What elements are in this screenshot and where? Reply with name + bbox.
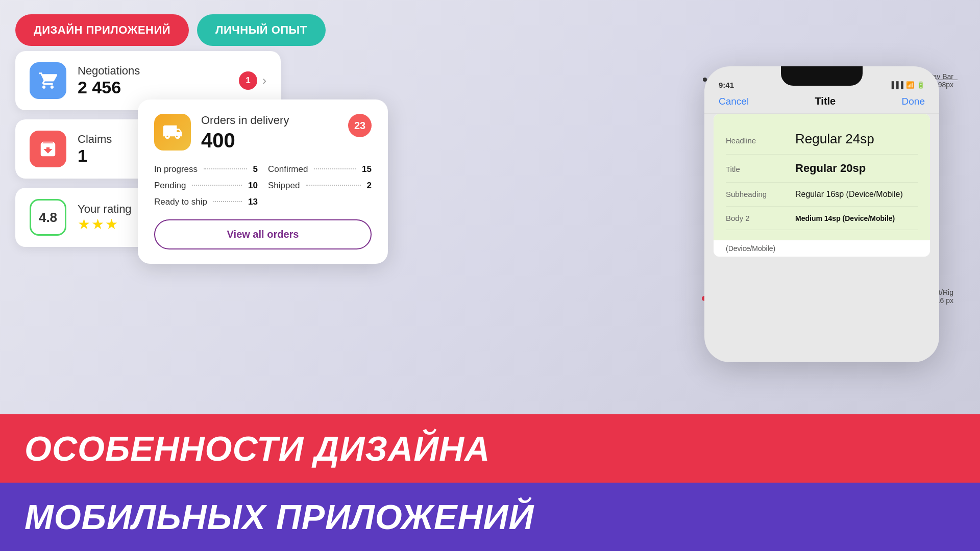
stat-in-progress-value: 5 — [253, 164, 258, 174]
battery-icon: 🔋 — [917, 81, 925, 89]
phone-notch — [781, 66, 863, 86]
stat-confirmed: Confirmed 15 — [268, 164, 372, 174]
nav-done-button[interactable]: Done — [902, 96, 925, 107]
negotiations-title: Negotiations — [78, 64, 228, 78]
delivery-badge: 23 — [348, 114, 372, 137]
phone-typography-content: Headline Regular 24sp Title Regular 20sp… — [714, 114, 930, 257]
stat-shipped: Shipped 2 — [268, 181, 372, 191]
typo-headline-label: Headline — [726, 136, 787, 145]
stat-confirmed-value: 15 — [362, 164, 372, 174]
stat-ready-label: Ready to ship — [154, 197, 207, 207]
stat-pending-label: Pending — [154, 181, 186, 191]
typo-row-body2: Body 2 Medium 14sp (Device/Mobile) — [726, 207, 918, 230]
typo-headline-sample: Regular 24sp — [795, 131, 874, 147]
partial-text: (Device/Mobile) — [726, 244, 775, 253]
delivery-truck-icon — [154, 114, 191, 151]
typo-row-title: Title Regular 20sp — [726, 155, 918, 183]
wifi-icon: 📶 — [906, 81, 914, 89]
negotiations-value: 2 456 — [78, 78, 228, 97]
typo-subheading-sample: Regular 16sp (Device/Mobile) — [795, 190, 903, 199]
stat-dots-4 — [306, 185, 360, 186]
cart-icon — [30, 62, 66, 99]
nav-cancel-button[interactable]: Cancel — [719, 96, 749, 107]
signal-icon: ▐▐▐ — [889, 81, 903, 89]
negotiations-badge: 1 — [239, 71, 257, 90]
stat-dots — [204, 168, 247, 169]
typo-title-label: Title — [726, 165, 787, 173]
view-all-orders-button[interactable]: View all orders — [154, 219, 372, 249]
typo-body2-sample: Medium 14sp (Device/Mobile) — [795, 214, 895, 222]
rating-value-box: 4.8 — [30, 199, 66, 236]
banner-purple: МОБИЛЬНЫХ ПРИЛОЖЕНИЙ — [0, 483, 980, 551]
top-buttons-container: ДИЗАЙН ПРИЛОЖЕНИЙ ЛИЧНЫЙ ОПЫТ — [15, 14, 326, 46]
stat-shipped-label: Shipped — [268, 181, 300, 191]
stat-pending-value: 10 — [248, 181, 258, 191]
stat-confirmed-label: Confirmed — [268, 164, 308, 174]
mobile-mockup: 9:41 ▐▐▐ 📶 🔋 Cancel Title Done Headline … — [704, 66, 939, 362]
delivery-count: 400 — [201, 129, 338, 152]
typography-list: Headline Regular 24sp Title Regular 20sp… — [714, 114, 930, 240]
chevron-right-icon[interactable]: › — [262, 73, 266, 88]
banner-line2: МОБИЛЬНЫХ ПРИЛОЖЕНИЙ — [24, 497, 955, 537]
stat-dots-5 — [213, 201, 242, 202]
partial-row: (Device/Mobile) — [714, 240, 930, 257]
stat-ready-to-ship: Ready to ship 13 — [154, 197, 258, 207]
stat-shipped-value: 2 — [367, 181, 372, 191]
delivery-card: Orders in delivery 400 23 In progress 5 … — [138, 99, 388, 264]
phone-nav-bar: Cancel Title Done — [704, 89, 939, 114]
typo-row-subheading: Subheading Regular 16sp (Device/Mobile) — [726, 183, 918, 207]
stat-in-progress-label: In progress — [154, 164, 198, 174]
delivery-title: Orders in delivery — [201, 114, 338, 127]
typo-subheading-label: Subheading — [726, 190, 787, 198]
box-icon — [30, 131, 66, 167]
stat-ready-value: 13 — [248, 197, 258, 207]
negotiations-content: Negotiations 2 456 — [78, 64, 228, 97]
nav-title-label: Title — [815, 95, 836, 107]
stat-pending: Pending 10 — [154, 181, 258, 191]
banner-red: ОСОБЕННОСТИ ДИЗАЙНА — [0, 414, 980, 483]
status-icons: ▐▐▐ 📶 🔋 — [889, 81, 925, 89]
stat-dots-2 — [314, 168, 356, 169]
typo-title-sample: Regular 20sp — [795, 162, 866, 175]
stat-in-progress: In progress 5 — [154, 164, 258, 174]
phone-time: 9:41 — [719, 81, 734, 89]
typo-body2-label: Body 2 — [726, 214, 787, 222]
design-apps-button[interactable]: ДИЗАЙН ПРИЛОЖЕНИЙ — [15, 14, 189, 46]
rating-number: 4.8 — [39, 210, 57, 226]
stat-dots-3 — [192, 185, 242, 186]
nav-bar-value: 98px — [938, 81, 953, 89]
banner-line1: ОСОБЕННОСТИ ДИЗАЙНА — [24, 429, 955, 468]
delivery-header: Orders in delivery 400 23 — [154, 114, 372, 152]
delivery-info: Orders in delivery 400 — [201, 114, 338, 152]
delivery-stats: In progress 5 Confirmed 15 Pending 10 Sh… — [154, 164, 372, 207]
personal-experience-button[interactable]: ЛИЧНЫЙ ОПЫТ — [197, 14, 325, 46]
typo-row-headline: Headline Regular 24sp — [726, 124, 918, 155]
negotiations-nav: 1 › — [239, 71, 266, 90]
bottom-banners: ОСОБЕННОСТИ ДИЗАЙНА МОБИЛЬНЫХ ПРИЛОЖЕНИЙ — [0, 414, 980, 551]
